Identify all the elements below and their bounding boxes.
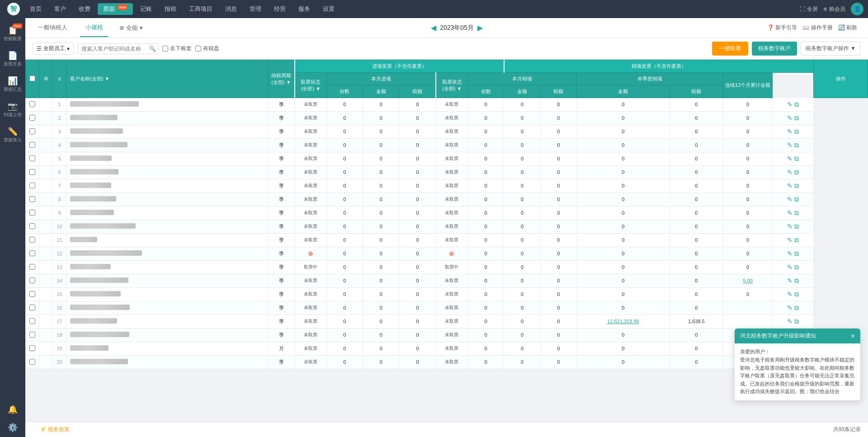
row-checkbox[interactable] xyxy=(29,183,35,188)
row-checkbox[interactable] xyxy=(29,155,35,161)
fullscreen-btn[interactable]: ⛶ 全屏 xyxy=(800,5,817,13)
staff-select[interactable]: ☰ 全部员工 ▾ xyxy=(33,42,74,55)
edit-icon[interactable]: ✎ xyxy=(787,209,793,217)
edit-icon[interactable]: ✎ xyxy=(787,263,793,271)
edit-icon[interactable]: ✎ xyxy=(787,236,793,244)
nav-client[interactable]: 客户 xyxy=(49,3,71,15)
edit-icon[interactable]: ✎ xyxy=(787,291,793,298)
edit-icon[interactable]: ✎ xyxy=(787,182,793,190)
row-checkbox[interactable] xyxy=(29,223,35,229)
nav-bizproject[interactable]: 工商项目 xyxy=(184,3,218,15)
th-client-name[interactable]: 客户名称(全部) ▼ xyxy=(66,60,268,98)
row-checkbox[interactable] xyxy=(29,196,35,202)
period-next-btn[interactable]: ▶ xyxy=(477,23,483,32)
member-btn[interactable]: ⊕ 购会员 xyxy=(823,5,845,13)
row-checkbox[interactable] xyxy=(29,291,35,297)
nav-fee[interactable]: 收费 xyxy=(73,3,96,15)
row-checkbox[interactable] xyxy=(29,128,35,134)
guide-btn[interactable]: ❓ 新手引导 xyxy=(767,24,797,32)
my-accounts-checkbox[interactable] xyxy=(162,46,168,52)
sidebar-item-invoice-open[interactable]: 📄 发票开具 xyxy=(1,47,24,70)
sidebar-item-invoice-summary[interactable]: 📊 票据汇总 xyxy=(1,72,24,96)
copy-icon[interactable]: ⧉ xyxy=(794,304,799,312)
checkbox-my-accounts[interactable]: 名下账套 xyxy=(162,45,192,52)
copy-icon[interactable]: ⧉ xyxy=(794,169,799,176)
total12-value[interactable]: 5.00 xyxy=(743,278,752,283)
copy-icon[interactable]: ⧉ xyxy=(794,250,799,258)
row-checkbox[interactable] xyxy=(29,318,35,324)
edit-icon[interactable]: ✎ xyxy=(787,250,793,258)
copy-icon[interactable]: ⧉ xyxy=(794,318,799,325)
edit-icon[interactable]: ✎ xyxy=(787,128,793,136)
edit-icon[interactable]: ✎ xyxy=(787,318,793,325)
tab-general[interactable]: 一般纳税人 xyxy=(33,19,73,37)
sidebar-item-intelligent[interactable]: 📋 智能取票 new xyxy=(1,22,24,45)
period-prev-btn[interactable]: ◀ xyxy=(431,23,436,32)
row-checkbox[interactable] xyxy=(29,142,35,148)
row-checkbox[interactable] xyxy=(29,210,35,216)
row-checkbox[interactable] xyxy=(29,101,35,107)
row-checkbox[interactable] xyxy=(29,332,35,338)
nav-message[interactable]: 消息 xyxy=(220,3,242,15)
th-income-fetch-status[interactable]: 取票状态(全部) ▼ xyxy=(295,73,326,98)
tax-digital-btn[interactable]: 税务数字账户 xyxy=(752,42,797,56)
copy-icon[interactable]: ⧉ xyxy=(794,263,799,271)
row-checkbox[interactable] xyxy=(29,277,35,283)
sidebar-item-invoice-entry[interactable]: ✏️ 票据录入 xyxy=(1,123,24,146)
tax-policy-link[interactable]: ⚡ 税务政策 xyxy=(33,424,77,435)
tax-digital-ops-btn[interactable]: 税务数字账户操作 ▼ xyxy=(801,42,861,56)
copy-icon[interactable]: ⧉ xyxy=(794,114,799,122)
th-gear[interactable]: ⚙ xyxy=(39,60,53,98)
copy-icon[interactable]: ⧉ xyxy=(794,182,799,190)
copy-icon[interactable]: ⧉ xyxy=(794,209,799,217)
edit-icon[interactable]: ✎ xyxy=(787,114,793,122)
copy-icon[interactable]: ⧉ xyxy=(794,236,799,244)
quarter-amount-value[interactable]: 12,621,319.99 xyxy=(607,319,639,324)
row-checkbox[interactable] xyxy=(29,305,35,310)
select-all-checkbox[interactable] xyxy=(29,75,35,81)
edit-icon[interactable]: ✎ xyxy=(787,169,793,176)
manual-btn[interactable]: 📖 操作手册 xyxy=(802,24,832,32)
sidebar-item-scan-upload[interactable]: 📷 扫描上传 xyxy=(1,98,24,121)
copy-icon[interactable]: ⧉ xyxy=(794,128,799,136)
checkbox-has-taxdisk[interactable]: 有税盘 xyxy=(195,45,219,52)
copy-icon[interactable]: ⧉ xyxy=(794,141,799,149)
copy-icon[interactable]: ⧉ xyxy=(794,155,799,163)
nav-service[interactable]: 服务 xyxy=(293,3,316,15)
edit-icon[interactable]: ✎ xyxy=(787,141,793,149)
nav-tax[interactable]: 报税 xyxy=(159,3,182,15)
notification-close-btn[interactable]: × xyxy=(851,333,855,340)
row-checkbox[interactable] xyxy=(29,115,35,121)
tab-small[interactable]: 小规模 xyxy=(80,19,108,37)
sidebar-item-notification[interactable]: 🔔 xyxy=(1,401,24,419)
th-sales-fetch-status[interactable]: 取票状态(全部) ▼ xyxy=(436,73,467,98)
nav-settings[interactable]: 设置 xyxy=(317,3,340,15)
batch-fetch-btn[interactable]: 一键取票 xyxy=(712,42,748,56)
row-checkbox[interactable] xyxy=(29,264,35,270)
row-checkbox[interactable] xyxy=(29,169,35,175)
edit-icon[interactable]: ✎ xyxy=(787,223,793,230)
edit-icon[interactable]: ✎ xyxy=(787,304,793,312)
copy-icon[interactable]: ⧉ xyxy=(794,196,799,203)
nav-manage[interactable]: 管理 xyxy=(244,3,267,15)
nav-accounting[interactable]: 记账 xyxy=(135,3,157,15)
search-input[interactable] xyxy=(77,43,159,54)
refresh-btn[interactable]: 🔄 刷新 xyxy=(838,24,857,32)
copy-icon[interactable]: ⧉ xyxy=(794,291,799,298)
edit-icon[interactable]: ✎ xyxy=(787,196,793,203)
tab-all[interactable]: ⊕ 全能 ▾ xyxy=(116,19,146,37)
nav-home[interactable]: 首页 xyxy=(24,3,47,15)
has-taxdisk-checkbox[interactable] xyxy=(195,46,201,52)
th-tax-period[interactable]: 纳税周期(全部) ▼ xyxy=(268,60,295,98)
nav-invoice[interactable]: 票据 new xyxy=(98,3,133,15)
copy-icon[interactable]: ⧉ xyxy=(794,277,799,285)
row-checkbox[interactable] xyxy=(29,237,35,243)
user-avatar[interactable]: 👤 xyxy=(851,3,863,15)
search-icon[interactable]: 🔍 xyxy=(149,46,156,52)
edit-icon[interactable]: ✎ xyxy=(787,277,793,285)
sidebar-item-settings[interactable]: ⚙️ xyxy=(1,419,24,437)
edit-icon[interactable]: ✎ xyxy=(787,101,793,108)
row-checkbox[interactable] xyxy=(29,359,35,365)
nav-business[interactable]: 经营 xyxy=(269,3,291,15)
row-checkbox[interactable] xyxy=(29,250,35,256)
